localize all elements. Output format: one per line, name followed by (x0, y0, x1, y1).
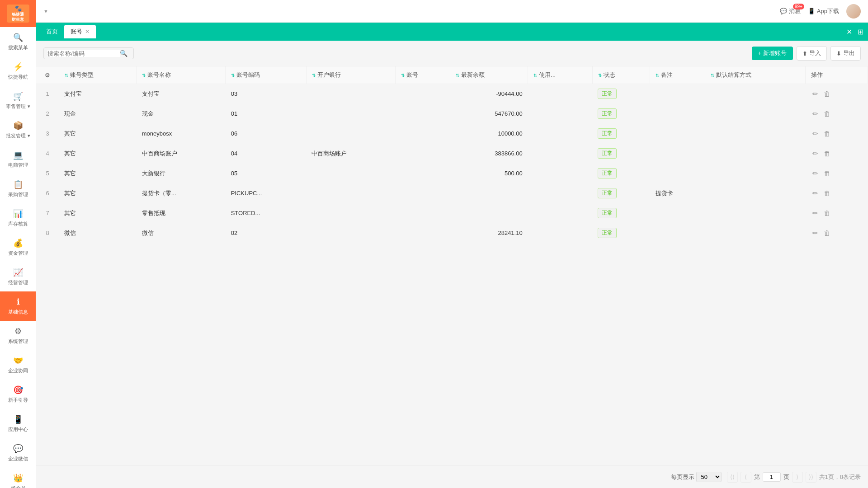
add-account-button[interactable]: + 新增账号 (752, 47, 793, 60)
cell-7-status: 正常 (592, 223, 650, 243)
status-badge: 正常 (598, 168, 617, 178)
sidebar-icon-14: 💬 (13, 444, 23, 454)
sidebar-label-12: 新手引导 (8, 397, 28, 404)
export-button[interactable]: ⬇ 导出 (830, 46, 861, 61)
edit-button-7[interactable]: ✏ (811, 228, 820, 238)
col-header-remark[interactable]: ⇅备注 (650, 66, 705, 84)
cell-4-remark (650, 164, 705, 183)
cell-3-usage (528, 144, 593, 164)
sidebar-item-1[interactable]: ⚡ 快捷导航 (0, 56, 36, 86)
tab-expand-button[interactable]: ⊞ (857, 27, 864, 37)
sort-icon-settlement: ⇅ (711, 73, 714, 78)
sort-col-name[interactable]: ⇅账号名称 (142, 71, 171, 79)
delete-button-3[interactable]: 🗑 (822, 149, 832, 158)
sidebar-item-14[interactable]: 💬 企业微信 (0, 438, 36, 468)
sidebar-item-8[interactable]: 📈 经营管理 (0, 262, 36, 291)
cell-7-code: 02 (226, 223, 307, 243)
cell-3-name: 中百商场账户 (137, 144, 226, 164)
first-page-button[interactable]: ⟨⟨ (727, 472, 738, 483)
sidebar-item-4[interactable]: 💻 电商管理 (0, 145, 36, 174)
sidebar-item-3[interactable]: 📦 批发管理 ▾ (0, 115, 36, 145)
sidebar-item-5[interactable]: 📋 采购管理 (0, 174, 36, 203)
breadcrumb-dropdown[interactable]: ▼ (43, 9, 48, 14)
delete-button-0[interactable]: 🗑 (822, 89, 832, 99)
col-header-account[interactable]: ⇅账号 (395, 66, 450, 84)
import-icon: ⬆ (802, 50, 807, 57)
col-header-usage[interactable]: ⇅使用... (528, 66, 593, 84)
col-header-name[interactable]: ⇅账号名称 (137, 66, 226, 84)
col-header-type[interactable]: ⇅账号类型 (59, 66, 137, 84)
tab-home[interactable]: 首页 (40, 25, 64, 38)
sort-col-bank[interactable]: ⇅开户银行 (312, 71, 341, 79)
user-avatar[interactable] (846, 4, 861, 19)
col-header-balance[interactable]: ⇅最新余额 (450, 66, 528, 84)
settings-icon[interactable]: ⚙ (45, 72, 50, 79)
delete-button-6[interactable]: 🗑 (822, 208, 832, 218)
cell-6-type: 其它 (59, 203, 137, 223)
sidebar-item-10[interactable]: ⚙ 系统管理 (0, 321, 36, 350)
delete-button-5[interactable]: 🗑 (822, 188, 832, 198)
sidebar-item-6[interactable]: 📊 库存核算 (0, 203, 36, 233)
sidebar-item-15[interactable]: 👑 畅会员 (0, 468, 36, 488)
prev-page-button[interactable]: ⟨ (741, 472, 751, 483)
sidebar-item-11[interactable]: 🤝 企业协同 (0, 350, 36, 380)
cell-7-usage (528, 223, 593, 243)
message-button[interactable]: 💬 消息 99+ (780, 7, 801, 15)
sidebar-item-12[interactable]: 🎯 新手引导 (0, 380, 36, 409)
app-download-button[interactable]: 📱 App下载 (808, 7, 839, 15)
col-header-bank[interactable]: ⇅开户银行 (306, 66, 395, 84)
tab-close-page-button[interactable]: ✕ (845, 27, 853, 37)
edit-button-0[interactable]: ✏ (811, 89, 820, 99)
cell-0-action: ✏ 🗑 (805, 84, 868, 104)
per-page-select[interactable]: 50 100 200 (696, 472, 722, 482)
cell-0-name: 支付宝 (137, 84, 226, 104)
page-number-input[interactable] (763, 472, 781, 482)
sort-col-settlement[interactable]: ⇅默认结算方式 (711, 71, 751, 79)
next-page-button[interactable]: ⟩ (792, 472, 803, 483)
sidebar-item-0[interactable]: 🔍 搜索菜单 (0, 27, 36, 56)
search-input[interactable] (47, 50, 120, 57)
edit-button-6[interactable]: ✏ (811, 208, 820, 218)
last-page-button[interactable]: ⟩⟩ (806, 472, 816, 483)
cell-3-balance: 383866.00 (450, 144, 528, 164)
sort-col-status[interactable]: ⇅状态 (598, 71, 615, 79)
edit-button-4[interactable]: ✏ (811, 169, 820, 178)
sidebar-item-13[interactable]: 📱 应用中心 (0, 409, 36, 438)
sort-col-type[interactable]: ⇅账号类型 (65, 71, 94, 79)
delete-button-7[interactable]: 🗑 (822, 228, 832, 238)
sort-col-usage[interactable]: ⇅使用... (533, 71, 556, 79)
sort-col-code[interactable]: ⇅账号编码 (231, 71, 260, 79)
delete-button-4[interactable]: 🗑 (822, 169, 832, 178)
sidebar-item-2[interactable]: 🛒 零售管理 ▾ (0, 86, 36, 115)
tab-account[interactable]: 账号 ✕ (64, 25, 96, 38)
import-label: 导入 (809, 49, 821, 57)
cell-5-code: PICKUPC... (226, 183, 307, 203)
col-header-status[interactable]: ⇅状态 (592, 66, 650, 84)
cell-4-type: 其它 (59, 164, 137, 183)
message-icon: 💬 (780, 8, 787, 14)
sidebar-icon-15: 👑 (13, 473, 23, 483)
edit-button-3[interactable]: ✏ (811, 149, 820, 159)
col-header-code[interactable]: ⇅账号编码 (226, 66, 307, 84)
sort-col-account[interactable]: ⇅账号 (401, 71, 418, 79)
col-header-action: 操作 (805, 66, 868, 84)
cell-0-type: 支付宝 (59, 84, 137, 104)
delete-button-2[interactable]: 🗑 (822, 129, 832, 138)
edit-button-2[interactable]: ✏ (811, 129, 820, 139)
sort-col-balance[interactable]: ⇅最新余额 (456, 71, 485, 79)
sidebar-item-9[interactable]: ℹ 基础信息 (0, 291, 36, 321)
cell-5-settlement (705, 183, 805, 203)
sidebar-item-7[interactable]: 💰 资金管理 (0, 233, 36, 262)
delete-button-1[interactable]: 🗑 (822, 109, 832, 118)
import-button[interactable]: ⬆ 导入 (797, 46, 827, 61)
col-header-settlement[interactable]: ⇅默认结算方式 (705, 66, 805, 84)
search-container: 🔍 (43, 47, 134, 59)
search-icon[interactable]: 🔍 (120, 50, 127, 57)
edit-button-5[interactable]: ✏ (811, 188, 820, 198)
cell-1-usage (528, 104, 593, 124)
cell-7-remark (650, 223, 705, 243)
sort-col-remark[interactable]: ⇅备注 (656, 71, 673, 79)
tab-close-icon[interactable]: ✕ (85, 28, 90, 35)
edit-button-1[interactable]: ✏ (811, 109, 820, 119)
cell-6-action: ✏ 🗑 (805, 203, 868, 223)
